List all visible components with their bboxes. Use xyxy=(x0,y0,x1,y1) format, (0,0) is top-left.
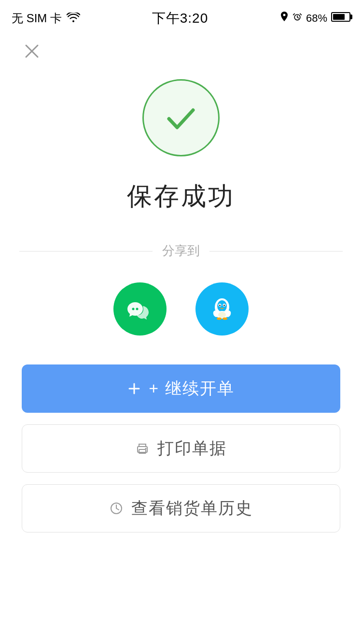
close-button[interactable] xyxy=(19,39,44,64)
svg-point-7 xyxy=(217,300,227,312)
main-content: 保存成功 分享到 xyxy=(0,31,362,532)
alarm-icon xyxy=(292,12,302,25)
continue-order-label: + 继续开单 xyxy=(149,378,234,400)
svg-point-10 xyxy=(219,305,221,306)
action-buttons: + 继续开单 打印单据 查看销货单历史 xyxy=(22,364,340,532)
continue-order-button[interactable]: + 继续开单 xyxy=(22,364,340,413)
battery-percent: 68% xyxy=(306,12,327,25)
share-section: 分享到 xyxy=(0,242,362,336)
share-divider: 分享到 xyxy=(0,242,362,259)
status-bar: 无 SIM 卡 下午3:20 68% xyxy=(0,0,362,31)
print-icon xyxy=(135,441,150,456)
success-title: 保存成功 xyxy=(127,180,235,213)
carrier-text: 无 SIM 卡 xyxy=(12,11,62,26)
svg-point-13 xyxy=(218,312,226,318)
status-time: 下午3:20 xyxy=(152,9,209,28)
svg-point-22 xyxy=(145,448,147,449)
wifi-icon xyxy=(67,12,80,25)
status-left: 无 SIM 卡 xyxy=(12,11,80,26)
location-icon xyxy=(280,12,289,25)
svg-point-4 xyxy=(132,308,135,310)
battery-icon xyxy=(331,12,350,25)
wechat-share-button[interactable] xyxy=(113,282,167,336)
print-label: 打印单据 xyxy=(157,437,227,460)
history-label: 查看销货单历史 xyxy=(131,497,253,519)
history-icon xyxy=(109,501,124,516)
print-button[interactable]: 打印单据 xyxy=(22,424,340,473)
share-icons xyxy=(0,282,362,336)
status-right: 68% xyxy=(280,12,350,25)
success-icon-circle xyxy=(142,79,220,156)
share-label: 分享到 xyxy=(153,242,209,259)
svg-point-5 xyxy=(136,308,139,310)
svg-point-11 xyxy=(223,305,225,306)
qq-share-button[interactable] xyxy=(195,282,249,336)
continue-icon xyxy=(127,382,141,395)
svg-point-14 xyxy=(217,318,222,320)
history-button[interactable]: 查看销货单历史 xyxy=(22,484,340,532)
svg-point-15 xyxy=(223,318,227,320)
